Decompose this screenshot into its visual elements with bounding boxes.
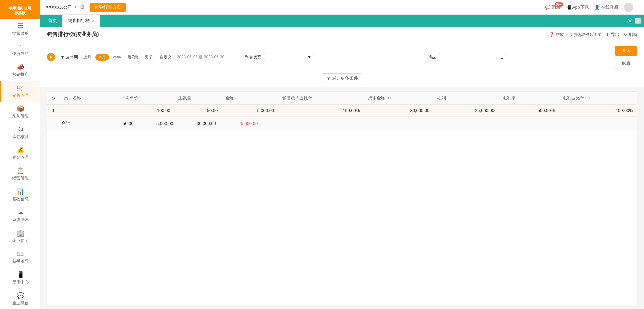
tab-close-icon[interactable]: ✕ <box>92 19 95 23</box>
table-gear-icon[interactable]: ⚙ <box>51 96 55 101</box>
system-icon: ☁ <box>17 209 24 216</box>
page-actions: ❓ 帮助 🖨 按模板打印 ▼ ⬇ 导出 ↻ 刷新 <box>549 32 637 38</box>
filter-goods-col: 商品 ... <box>428 53 606 61</box>
date-range-display: 2023-06-01 至 2023-06-30 <box>177 54 224 60</box>
sidebar: 畅 畅康通好生意 标准版 ☰ 搜索菜单 ⌂ 快捷导航 📣 营销推广 🛒 销售管理… <box>0 0 40 309</box>
print-chevron-icon: ▼ <box>597 32 602 37</box>
marketing-icon: 📣 <box>17 63 24 71</box>
appcenter-icon: 📱 <box>17 271 24 278</box>
sidebar-item-appcenter[interactable]: 📱 应用中心 <box>0 268 40 289</box>
sidebar-item-label: 企业微信 <box>12 300 29 306</box>
date-tab-current-month[interactable]: 本月 <box>95 54 109 61</box>
cell-avg-price: 100.00 <box>117 105 174 117</box>
col-header-amount: 全额 <box>222 92 278 105</box>
sidebar-item-operations[interactable]: 📋 经营管理 <box>0 164 40 185</box>
sidebar-item-inventory[interactable]: 🗂 库存核算 <box>0 122 40 143</box>
company-selector[interactable]: XXXXXX公司 ▼ <box>46 4 77 10</box>
sidebar-item-system[interactable]: ☁ 系统管理 <box>0 205 40 226</box>
refresh-btn[interactable]: ↻ 刷新 <box>624 32 637 38</box>
tab-sales-rank[interactable]: 销售排行榜 ✕ <box>62 15 100 27</box>
logo-icon: 畅 <box>15 3 25 5</box>
avatar[interactable] <box>624 3 633 12</box>
expand-label: 展开更多条件 <box>332 75 358 81</box>
cell-gross: -25,000.00 <box>433 105 499 117</box>
date-tabs: 上月 本月 本年 近7天 更多 自定义 <box>81 54 174 61</box>
sidebar-item-label: 新手引导 <box>12 259 29 264</box>
footer-cells: 50.00 5,000.00 30,000.00 -25,000.00 <box>119 121 633 126</box>
sidebar-item-guide[interactable]: 📖 新手引导 <box>0 247 40 268</box>
sidebar-item-marketing[interactable]: 📣 营销推广 <box>0 60 40 81</box>
help-label: 帮助 <box>556 32 564 38</box>
query-btn[interactable]: 查询 <box>615 46 637 56</box>
sidebar-item-label: 营销推广 <box>12 72 29 78</box>
sidebar-logo: 畅 畅康通好生意 标准版 <box>0 0 40 19</box>
sidebar-item-purchase[interactable]: 📦 采购管理 <box>0 102 40 122</box>
col-header-sales-pct: 销售收入占比% <box>278 92 364 105</box>
header-gear-icon[interactable]: ⚙ <box>80 4 85 10</box>
tab-bar-actions: ✕ ⬜ <box>628 18 641 24</box>
sidebar-item-search[interactable]: ☰ 搜索菜单 <box>0 19 40 40</box>
sidebar-item-label: 快捷导航 <box>12 51 29 57</box>
finance-icon: 💰 <box>17 146 24 154</box>
export-label: 导出 <box>611 32 619 38</box>
tab-bar: 首页 销售排行榜 ✕ ✕ ⬜ <box>40 15 644 27</box>
col-header-cost: 成本全额 i <box>364 92 433 105</box>
logo-line1: 畅康通好生意 <box>9 6 31 10</box>
tab-home-label: 首页 <box>48 18 57 24</box>
export-btn[interactable]: ⬇ 导出 <box>606 32 619 38</box>
sidebar-item-label: 经营管理 <box>12 175 29 181</box>
expand-more-btn[interactable]: ▼ 展开更多条件 <box>322 73 362 83</box>
message-btn[interactable]: 💬 消息 99+ <box>545 4 560 10</box>
sidebar-item-label: 库存核算 <box>12 134 29 140</box>
help-icon: ❓ <box>549 32 554 37</box>
message-icon: 💬 <box>545 5 550 10</box>
filter-arrow-btn[interactable]: ▶ <box>47 53 55 61</box>
sidebar-item-label: 企业协同 <box>12 238 29 244</box>
sidebar-item-enterprise[interactable]: 🏢 企业协同 <box>0 226 40 247</box>
page-title: 销售排行榜(按业务员) <box>47 31 99 38</box>
sidebar-item-label: 销售管理 <box>12 93 29 98</box>
refresh-label: 刷新 <box>629 32 637 38</box>
filter-date-col: 单据日期 上月 本月 本年 近7天 更多 自定义 2023-06-01 至 20… <box>60 54 239 61</box>
sidebar-item-label: 采购管理 <box>12 113 29 119</box>
app-download-icon: 📲 <box>566 5 571 10</box>
trial-btn[interactable]: 体验行业方案 <box>90 3 126 12</box>
col-header-gross-rate: 毛利率 <box>499 92 559 105</box>
settings-btn[interactable]: 设置 <box>615 58 637 68</box>
gross-pct-info-icon[interactable]: i <box>585 96 590 100</box>
date-tab-prev-month[interactable]: 上月 <box>81 54 94 61</box>
basicinfo-icon: 📊 <box>17 188 24 195</box>
home-icon: ⌂ <box>19 43 23 50</box>
sidebar-item-sales[interactable]: 🛒 销售管理 <box>0 81 40 102</box>
date-tab-last7days[interactable]: 近7天 <box>125 54 141 61</box>
filter-expand-row: ▼ 展开更多条件 <box>40 72 644 87</box>
date-tab-current-year[interactable]: 本年 <box>110 54 124 61</box>
tab-restore-icon[interactable]: ⬜ <box>635 18 641 24</box>
sidebar-item-wechat[interactable]: 💬 企业微信 <box>0 289 40 309</box>
sidebar-item-label: 系统管理 <box>12 217 29 223</box>
top-header: XXXXXX公司 ▼ ⚙ 体验行业方案 💬 消息 99+ 📲 App下载 👤 在… <box>40 0 644 15</box>
print-btn[interactable]: 🖨 按模板打印 ▼ <box>568 32 602 38</box>
sidebar-item-basicinfo[interactable]: 📊 基础信息 <box>0 185 40 205</box>
goods-input[interactable]: ... <box>439 53 506 61</box>
sidebar-item-quicknav[interactable]: ⌂ 快捷导航 <box>0 40 40 60</box>
status-select[interactable]: ▼ <box>264 53 314 61</box>
footer-label: 合计 <box>51 120 119 126</box>
col-header-qty: 主数量 <box>174 92 222 105</box>
inventory-icon: 🗂 <box>17 126 24 133</box>
help-btn[interactable]: ❓ 帮助 <box>549 32 564 38</box>
app-download-btn[interactable]: 📲 App下载 <box>566 4 589 10</box>
print-label: 按模板打印 <box>574 32 596 38</box>
col-header-gross-pct: 毛利占比% i <box>559 92 637 105</box>
operations-icon: 📋 <box>17 167 24 174</box>
status-select-chevron: ▼ <box>307 55 311 60</box>
date-tab-custom[interactable]: 自定义 <box>157 54 174 61</box>
date-tab-more[interactable]: 更多 <box>142 54 156 61</box>
online-service-btn[interactable]: 👤 在线客服 <box>594 4 618 10</box>
print-icon: 🖨 <box>568 32 573 37</box>
tab-home[interactable]: 首页 <box>43 15 62 27</box>
tab-close-all-icon[interactable]: ✕ <box>628 18 632 24</box>
filter-bar: ▶ 单据日期 上月 本月 本年 近7天 更多 自定义 2023-06-01 至 … <box>40 42 644 72</box>
cost-info-icon[interactable]: i <box>386 96 391 100</box>
sidebar-item-finance[interactable]: 💰 资金管理 <box>0 143 40 164</box>
